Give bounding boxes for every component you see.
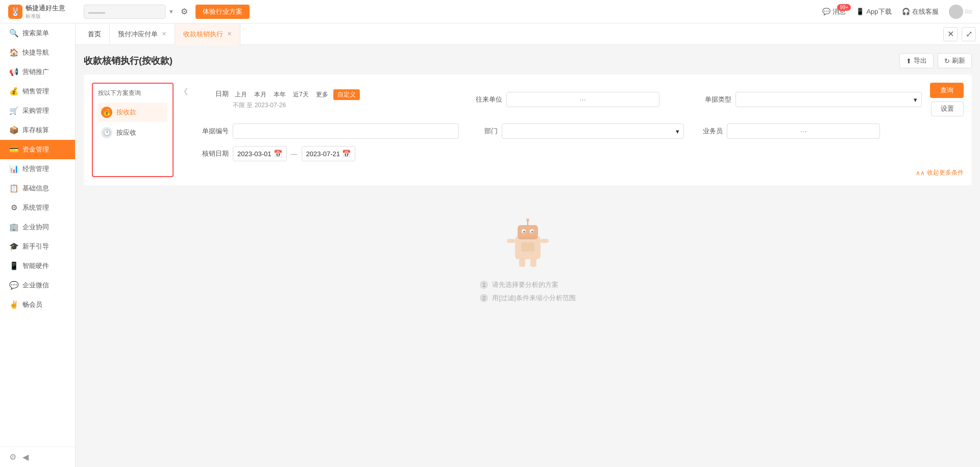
sidebar-item-guide[interactable]: 🎓 新手引导 (0, 237, 75, 256)
sidebar-item-quick-nav[interactable]: 🏠 快捷导航 (0, 43, 75, 62)
dept-chevron-icon: ▾ (676, 128, 679, 135)
header-gear-icon[interactable]: ⚙ (177, 5, 191, 19)
filter-option-by-receivable[interactable]: 🕐 按应收 (98, 123, 167, 142)
writeoff-date-from[interactable]: 2023-03-01 📅 (233, 146, 287, 161)
empty-state: 1 请先选择要分析的方案 2 用[过滤]条件来缩小分析范围 (84, 185, 972, 335)
date-shortcut-7days[interactable]: 近7天 (291, 89, 311, 100)
svg-rect-9 (541, 239, 549, 243)
bill-type-label: 单据类型 (701, 95, 731, 104)
sidebar-settings-icon[interactable]: ⚙ (9, 452, 16, 462)
writeoff-date-label: 核销日期 (198, 149, 229, 158)
page-title-bar: 收款核销执行(按收款) ⬆ 导出 ↻ 刷新 (84, 53, 972, 68)
sidebar-item-wechat[interactable]: 💬 企业微信 (0, 276, 75, 295)
collapse-more-label: 收起更多条件 (927, 168, 964, 177)
tab-home[interactable]: 首页 (80, 23, 110, 45)
filter-field-counterpart: 往来单位 ··· (472, 92, 693, 107)
sidebar-nav: 🔍 搜索菜单 🏠 快捷导航 📢 营销推广 💰 销售管理 🛒 采购管理 📦 (0, 23, 75, 447)
main-content: 首页 预付冲应付单 ✕ 收款核销执行 ✕ ✕ ⤢ 收款核销执行(按收款) (76, 23, 980, 467)
bill-type-select[interactable]: ▾ (736, 92, 922, 107)
business-icon: 📊 (9, 164, 18, 174)
sidebar-label-quick-nav: 快捷导航 (22, 48, 49, 57)
tab-bar: 首页 预付冲应付单 ✕ 收款核销执行 ✕ ✕ ⤢ (76, 23, 980, 45)
sidebar-item-sales[interactable]: 💰 销售管理 (0, 82, 75, 101)
header-chevron-icon[interactable]: ▾ (169, 8, 173, 15)
salesperson-label: 业务员 (692, 127, 723, 136)
writeoff-date-to[interactable]: 2023-07-21 📅 (302, 146, 356, 161)
date-shortcuts: 上月 本月 本年 近7天 更多 自定义 (233, 89, 360, 100)
empty-robot-illustration (500, 216, 556, 272)
app-download-label: App下载 (866, 7, 891, 16)
header-search-bar[interactable]: ▬▬▬ (84, 5, 165, 19)
tab-prepay[interactable]: 预付冲应付单 ✕ (110, 23, 175, 45)
svg-point-4 (523, 231, 525, 233)
counterpart-input[interactable]: ··· (506, 92, 659, 107)
sidebar-label-basic-info: 基础信息 (22, 184, 49, 193)
online-service-btn[interactable]: 🎧 在线客服 (902, 7, 939, 16)
refresh-label: 刷新 (952, 56, 965, 65)
inventory-icon: 📦 (9, 126, 18, 135)
logo-area: 🐰 畅捷通好生意 标准版 (8, 4, 84, 20)
filter-sidebar: 按以下方案查询 💰 按收款 🕐 按应收 (92, 83, 174, 177)
sidebar-item-business[interactable]: 📊 经营管理 (0, 159, 75, 179)
refresh-btn[interactable]: ↻ 刷新 (938, 53, 972, 68)
filter-collapse-btn[interactable]: 《 (180, 83, 192, 177)
svg-rect-1 (518, 225, 538, 239)
tab-expand-icon[interactable]: ⤢ (962, 27, 976, 41)
app-download-btn[interactable]: 📱 App下载 (856, 7, 891, 16)
sidebar-item-enterprise[interactable]: 🏢 企业协同 (0, 217, 75, 237)
filter-field-bill-type: 单据类型 ▾ (701, 92, 922, 107)
collapse-more-row: ∧∧ 收起更多条件 (198, 168, 964, 177)
basic-info-icon: 📋 (9, 184, 18, 193)
sidebar-label-inventory: 库存核算 (22, 126, 49, 135)
tab-writeoff-close-icon[interactable]: ✕ (227, 31, 232, 37)
writeoff-from-calendar-icon[interactable]: 📅 (274, 150, 282, 158)
sidebar-item-hardware[interactable]: 📱 智能硬件 (0, 256, 75, 276)
counterpart-label: 往来单位 (472, 95, 502, 104)
messages-btn[interactable]: 💬 消息 99+ (822, 7, 846, 16)
wechat-icon: 💬 (9, 281, 18, 290)
date-shortcut-more[interactable]: 更多 (314, 89, 330, 100)
filter-field-dept: 部门 ▾ (467, 124, 684, 139)
writeoff-to-calendar-icon[interactable]: 📅 (342, 150, 351, 158)
sidebar-collapse-icon[interactable]: ◀ (22, 452, 29, 462)
bill-no-label: 单据编号 (198, 127, 229, 136)
date-shortcut-this-year[interactable]: 本年 (272, 89, 288, 100)
member-icon: ✌ (9, 300, 18, 309)
sidebar-item-basic-info[interactable]: 📋 基础信息 (0, 179, 75, 198)
date-shortcut-last-month[interactable]: 上月 (233, 89, 249, 100)
dept-select[interactable]: ▾ (502, 124, 684, 139)
sidebar-item-finance[interactable]: 💳 资金管理 (0, 140, 75, 159)
user-avatar[interactable]: Rit (949, 5, 972, 19)
collapse-more-btn[interactable]: ∧∧ 收起更多条件 (916, 168, 964, 177)
sidebar: 🔍 搜索菜单 🏠 快捷导航 📢 营销推广 💰 销售管理 🛒 采购管理 📦 (0, 23, 76, 467)
bill-no-input[interactable] (233, 124, 459, 139)
tab-close-all-icon[interactable]: ✕ (943, 27, 958, 41)
sidebar-label-finance: 资金管理 (22, 145, 49, 154)
export-btn[interactable]: ⬆ 导出 (899, 53, 934, 68)
sidebar-item-search-menu[interactable]: 🔍 搜索菜单 (0, 23, 75, 43)
sidebar-item-purchase[interactable]: 🛒 采购管理 (0, 101, 75, 120)
app-edition: 标准版 (26, 13, 65, 20)
date-shortcut-this-month[interactable]: 本月 (252, 89, 268, 100)
svg-rect-8 (507, 239, 515, 243)
online-service-label: 在线客服 (912, 7, 939, 16)
salesperson-input[interactable]: ··· (727, 124, 880, 139)
tab-prepay-close-icon[interactable]: ✕ (162, 31, 166, 37)
purchase-icon: 🛒 (9, 106, 18, 115)
industry-btn[interactable]: 体验行业方案 (195, 5, 250, 19)
svg-rect-11 (530, 259, 536, 267)
sidebar-bottom: ⚙ ◀ (0, 447, 75, 467)
sidebar-item-inventory[interactable]: 📦 库存核算 (0, 120, 75, 140)
sidebar-item-member[interactable]: ✌ 畅会员 (0, 295, 75, 314)
message-icon: 💬 (822, 8, 830, 15)
sidebar-label-marketing: 营销推广 (22, 67, 49, 77)
query-btn[interactable]: 查询 (930, 83, 964, 98)
empty-tip-1: 1 请先选择要分析的方案 (480, 278, 575, 291)
filter-option-by-receipt[interactable]: 💰 按收款 (98, 103, 167, 122)
sidebar-item-marketing[interactable]: 📢 营销推广 (0, 62, 75, 82)
top-header: 🐰 畅捷通好生意 标准版 ▬▬▬ ▾ ⚙ 体验行业方案 💬 消息 99+ 📱 A… (0, 0, 980, 23)
tab-writeoff[interactable]: 收款核销执行 ✕ (175, 23, 240, 45)
date-custom-badge[interactable]: 自定义 (333, 89, 360, 100)
sidebar-item-system[interactable]: ⚙ 系统管理 (0, 198, 75, 217)
setting-btn[interactable]: 设置 (931, 101, 964, 116)
